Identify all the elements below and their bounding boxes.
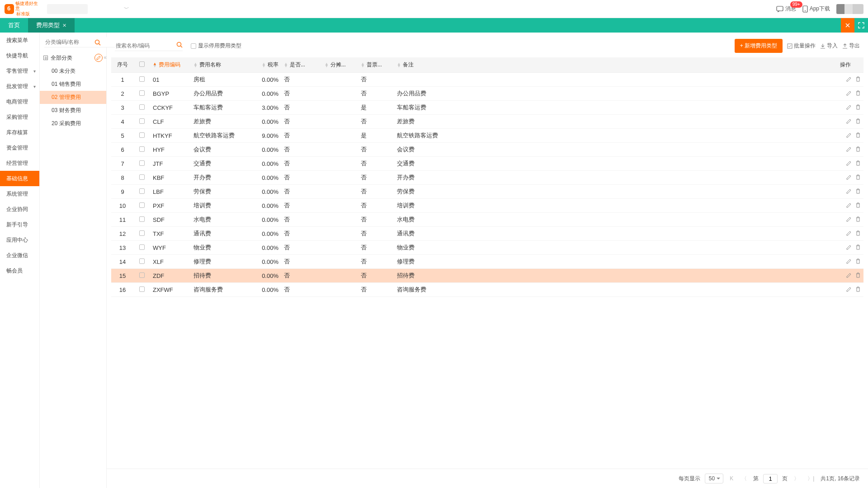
search-icon[interactable] bbox=[176, 42, 183, 48]
col-remark[interactable]: ▲▼备注 bbox=[394, 57, 827, 73]
all-categories-label[interactable]: 全部分类 bbox=[51, 54, 72, 62]
edit-icon[interactable] bbox=[846, 132, 852, 138]
col-is[interactable]: ▲▼是否... bbox=[281, 57, 322, 73]
col-share[interactable]: ▲▼分摊... bbox=[322, 57, 358, 73]
delete-icon[interactable] bbox=[855, 76, 861, 82]
sidebar-item-7[interactable]: 资金管理 bbox=[0, 140, 39, 155]
sidebar-item-3[interactable]: 批发管理▾ bbox=[0, 79, 39, 94]
sidebar-item-10[interactable]: 系统管理 bbox=[0, 186, 39, 202]
category-item-4[interactable]: 20 采购费用 bbox=[40, 117, 106, 130]
user-avatar[interactable] bbox=[836, 4, 863, 14]
sidebar-item-15[interactable]: 畅会员 bbox=[0, 263, 39, 278]
table-row[interactable]: 6HYF会议费0.00%否否会议费 bbox=[111, 143, 863, 157]
category-item-2[interactable]: 02 管理费用 bbox=[40, 91, 106, 104]
table-row[interactable]: 5HTKYF航空铁路客运费9.00%否是航空铁路客运费 bbox=[111, 129, 863, 143]
export-button[interactable]: 导出 bbox=[842, 42, 860, 50]
delete-icon[interactable] bbox=[855, 132, 861, 138]
col-voucher[interactable]: ▲▼普票... bbox=[358, 57, 394, 73]
search-icon[interactable] bbox=[94, 39, 101, 46]
edit-icon[interactable] bbox=[846, 104, 852, 110]
row-checkbox[interactable] bbox=[134, 185, 150, 199]
edit-icon[interactable] bbox=[846, 174, 852, 180]
delete-icon[interactable] bbox=[855, 188, 861, 194]
row-checkbox[interactable] bbox=[134, 255, 150, 269]
category-item-1[interactable]: 01 销售费用 bbox=[40, 78, 106, 91]
collapse-panel-icon[interactable]: « bbox=[104, 54, 107, 61]
row-checkbox[interactable] bbox=[134, 227, 150, 241]
col-checkbox[interactable] bbox=[134, 57, 150, 73]
table-row[interactable]: 7JTF交通费0.00%否否交通费 bbox=[111, 157, 863, 171]
row-checkbox[interactable] bbox=[134, 129, 150, 143]
row-checkbox[interactable] bbox=[134, 171, 150, 185]
edit-icon[interactable] bbox=[846, 118, 852, 124]
row-checkbox[interactable] bbox=[134, 101, 150, 115]
row-checkbox[interactable] bbox=[134, 199, 150, 213]
sidebar-item-13[interactable]: 应用中心 bbox=[0, 232, 39, 248]
delete-icon[interactable] bbox=[855, 216, 861, 222]
delete-icon[interactable] bbox=[855, 160, 861, 166]
delete-icon[interactable] bbox=[855, 258, 861, 264]
delete-icon[interactable] bbox=[855, 174, 861, 180]
sidebar-item-1[interactable]: 快捷导航 bbox=[0, 48, 39, 63]
table-row[interactable]: 12TXF通讯费0.00%否否通讯费 bbox=[111, 227, 863, 241]
messages-button[interactable]: 消息 99+ bbox=[776, 5, 796, 13]
sidebar-item-12[interactable]: 新手引导 bbox=[0, 217, 39, 232]
last-page-button[interactable]: 〉| bbox=[806, 475, 816, 483]
col-seq[interactable]: 序号 bbox=[111, 57, 134, 73]
fullscreen-button[interactable] bbox=[854, 18, 868, 33]
import-button[interactable]: 导入 bbox=[820, 42, 838, 50]
edit-icon[interactable] bbox=[846, 76, 852, 82]
table-row[interactable]: 15ZDF招待费0.00%否否招待费 bbox=[111, 269, 863, 283]
edit-icon[interactable] bbox=[846, 230, 852, 236]
col-name[interactable]: ▲▼费用名称 bbox=[191, 57, 250, 73]
edit-icon[interactable] bbox=[846, 188, 852, 194]
table-row[interactable]: 10PXF培训费0.00%否否培训费 bbox=[111, 199, 863, 213]
delete-icon[interactable] bbox=[855, 90, 861, 96]
row-checkbox[interactable] bbox=[134, 241, 150, 255]
sidebar-item-6[interactable]: 库存核算 bbox=[0, 125, 39, 140]
table-row[interactable]: 4CLF差旅费0.00%否否差旅费 bbox=[111, 115, 863, 129]
org-selector[interactable] bbox=[47, 4, 88, 14]
sidebar-item-4[interactable]: 电商管理 bbox=[0, 94, 39, 109]
row-checkbox[interactable] bbox=[134, 73, 150, 87]
add-expense-type-button[interactable]: + 新增费用类型 bbox=[735, 39, 783, 53]
sidebar-item-2[interactable]: 零售管理▾ bbox=[0, 63, 39, 79]
edit-icon[interactable] bbox=[846, 286, 852, 292]
edit-icon[interactable] bbox=[846, 244, 852, 250]
row-checkbox[interactable] bbox=[134, 157, 150, 171]
edit-icon[interactable] bbox=[846, 272, 852, 278]
page-input[interactable] bbox=[763, 474, 778, 483]
delete-icon[interactable] bbox=[855, 202, 861, 208]
per-page-select[interactable]: 50 bbox=[705, 474, 723, 483]
expand-icon[interactable] bbox=[43, 56, 48, 60]
edit-icon[interactable] bbox=[846, 160, 852, 166]
edit-icon[interactable] bbox=[846, 202, 852, 208]
row-checkbox[interactable] bbox=[134, 269, 150, 283]
table-row[interactable]: 2BGYP办公用品费0.00%否否办公用品费 bbox=[111, 87, 863, 101]
edit-icon[interactable] bbox=[846, 216, 852, 222]
edit-icon[interactable] bbox=[846, 146, 852, 152]
row-checkbox[interactable] bbox=[134, 143, 150, 157]
delete-icon[interactable] bbox=[855, 286, 861, 292]
edit-icon[interactable] bbox=[846, 258, 852, 264]
prev-page-button[interactable]: 〈 bbox=[740, 475, 749, 483]
sidebar-item-9[interactable]: 基础信息 bbox=[0, 171, 39, 186]
category-item-3[interactable]: 03 财务费用 bbox=[40, 104, 106, 117]
table-row[interactable]: 16ZXFWF咨询服务费0.00%否否咨询服务费 bbox=[111, 283, 863, 297]
delete-icon[interactable] bbox=[855, 104, 861, 110]
row-checkbox[interactable] bbox=[134, 213, 150, 227]
delete-icon[interactable] bbox=[855, 230, 861, 236]
category-search-input[interactable] bbox=[44, 37, 122, 47]
row-checkbox[interactable] bbox=[134, 283, 150, 297]
table-row[interactable]: 8KBF开办费0.00%否否开办费 bbox=[111, 171, 863, 185]
tab-0[interactable]: 首页 bbox=[0, 18, 28, 33]
table-row[interactable]: 101房租0.00%否否 bbox=[111, 73, 863, 87]
row-checkbox[interactable] bbox=[134, 87, 150, 101]
sidebar-item-5[interactable]: 采购管理 bbox=[0, 109, 39, 125]
sidebar-item-8[interactable]: 经营管理 bbox=[0, 155, 39, 171]
table-row[interactable]: 11SDF水电费0.00%否否水电费 bbox=[111, 213, 863, 227]
delete-icon[interactable] bbox=[855, 146, 861, 152]
sidebar-item-14[interactable]: 企业微信 bbox=[0, 248, 39, 263]
category-item-0[interactable]: 00 未分类 bbox=[40, 65, 106, 78]
chevron-down-icon[interactable]: ﹀ bbox=[124, 5, 129, 13]
